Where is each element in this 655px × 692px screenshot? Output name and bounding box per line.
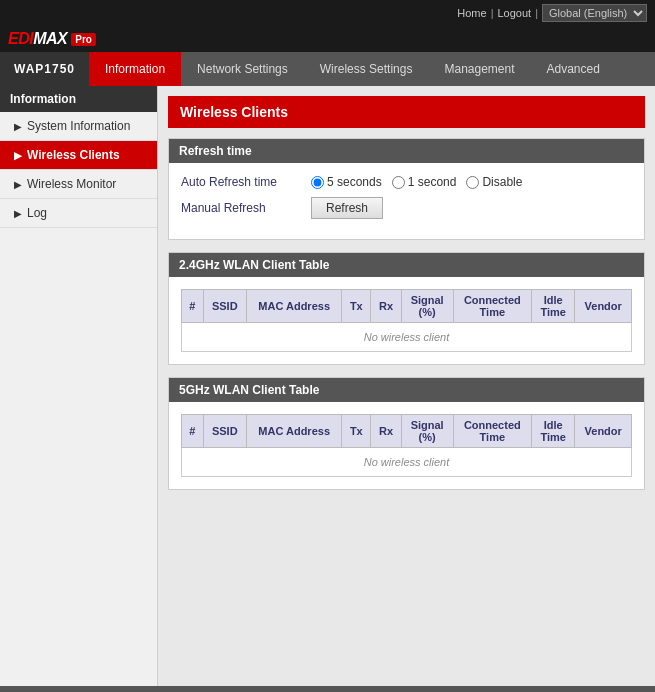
table-5ghz-section: 5GHz WLAN Client Table # SSID MAC Addres… [168,377,645,490]
radio-disable[interactable] [466,176,479,189]
radio-disable-label[interactable]: Disable [466,175,522,189]
content-wrapper: Information ▶ System Information ▶ Wirel… [0,86,655,686]
col-signal-5g: Signal(%) [401,415,453,448]
page-title: Wireless Clients [168,96,645,128]
top-bar: Home | Logout | Global (English) [0,0,655,26]
table-24ghz-body: # SSID MAC Address Tx Rx Signal(%) Conne… [169,277,644,364]
manual-refresh-row: Manual Refresh Refresh [181,197,632,219]
table-5ghz-body: # SSID MAC Address Tx Rx Signal(%) Conne… [169,402,644,489]
auto-refresh-row: Auto Refresh time 5 seconds 1 second [181,175,632,189]
radio-1sec[interactable] [392,176,405,189]
refresh-section-header: Refresh time [169,139,644,163]
col-ssid: SSID [203,290,247,323]
arrow-icon: ▶ [14,121,22,132]
logo-bar: EDIMAX Pro [0,26,655,52]
main-nav: WAP1750 Information Network Settings Wir… [0,52,655,86]
col-mac-5g: MAC Address [247,415,342,448]
tab-wireless-settings[interactable]: Wireless Settings [304,52,429,86]
arrow-icon-monitor: ▶ [14,179,22,190]
radio-group: 5 seconds 1 second Disable [311,175,522,189]
col-mac: MAC Address [247,290,342,323]
sidebar-item-wireless-clients[interactable]: ▶ Wireless Clients [0,141,157,170]
table-5ghz-header: 5GHz WLAN Client Table [169,378,644,402]
no-client-text-24ghz: No wireless client [182,323,632,352]
language-select[interactable]: Global (English) [542,4,647,22]
arrow-icon-log: ▶ [14,208,22,219]
table-header-row-5ghz: # SSID MAC Address Tx Rx Signal(%) Conne… [182,415,632,448]
table-24ghz-section: 2.4GHz WLAN Client Table # SSID MAC Addr… [168,252,645,365]
col-connected: ConnectedTime [453,290,532,323]
sidebar-item-system-information[interactable]: ▶ System Information [0,112,157,141]
model-label: WAP1750 [0,52,89,86]
col-hash-5g: # [182,415,204,448]
top-nav-links: Home | Logout | Global (English) [457,4,647,22]
col-vendor-5g: Vendor [575,415,632,448]
refresh-section-body: Auto Refresh time 5 seconds 1 second [169,163,644,239]
table-24ghz-header: 2.4GHz WLAN Client Table [169,253,644,277]
no-client-row-5ghz: No wireless client [182,448,632,477]
radio-5sec-label[interactable]: 5 seconds [311,175,382,189]
col-signal: Signal(%) [401,290,453,323]
logo-text: EDIMAX [8,30,67,48]
table-header-row: # SSID MAC Address Tx Rx Signal(%) Conne… [182,290,632,323]
col-ssid-5g: SSID [203,415,247,448]
no-client-row-24ghz: No wireless client [182,323,632,352]
auto-refresh-label: Auto Refresh time [181,175,311,189]
client-table-24ghz: # SSID MAC Address Tx Rx Signal(%) Conne… [181,289,632,352]
client-table-5ghz: # SSID MAC Address Tx Rx Signal(%) Conne… [181,414,632,477]
radio-5sec-text: 5 seconds [327,175,382,189]
manual-refresh-label: Manual Refresh [181,201,311,215]
col-vendor: Vendor [575,290,632,323]
refresh-section: Refresh time Auto Refresh time 5 seconds… [168,138,645,240]
logout-link[interactable]: Logout [497,7,531,19]
sidebar-item-log[interactable]: ▶ Log [0,199,157,228]
col-hash: # [182,290,204,323]
radio-5sec[interactable] [311,176,324,189]
nav-tabs: Information Network Settings Wireless Se… [89,52,616,86]
radio-1sec-text: 1 second [408,175,457,189]
no-client-text-5ghz: No wireless client [182,448,632,477]
main-content: Wireless Clients Refresh time Auto Refre… [158,86,655,686]
tab-information[interactable]: Information [89,52,181,86]
col-idle: IdleTime [532,290,575,323]
footer: Copyright 2014 © EDIMAX Technology Co., … [0,686,655,692]
home-link[interactable]: Home [457,7,486,19]
col-rx-5g: Rx [371,415,401,448]
radio-1sec-label[interactable]: 1 second [392,175,457,189]
col-idle-5g: IdleTime [532,415,575,448]
col-tx: Tx [342,290,371,323]
arrow-icon-active: ▶ [14,150,22,161]
tab-network-settings[interactable]: Network Settings [181,52,304,86]
logo-pro-badge: Pro [71,33,96,46]
sidebar-item-wireless-monitor[interactable]: ▶ Wireless Monitor [0,170,157,199]
refresh-button[interactable]: Refresh [311,197,383,219]
tab-management[interactable]: Management [428,52,530,86]
col-connected-5g: ConnectedTime [453,415,532,448]
tab-advanced[interactable]: Advanced [531,52,616,86]
sidebar-section-title: Information [0,86,157,112]
col-tx-5g: Tx [342,415,371,448]
logo: EDIMAX Pro [8,30,96,48]
sidebar: Information ▶ System Information ▶ Wirel… [0,86,158,686]
radio-disable-text: Disable [482,175,522,189]
col-rx: Rx [371,290,401,323]
